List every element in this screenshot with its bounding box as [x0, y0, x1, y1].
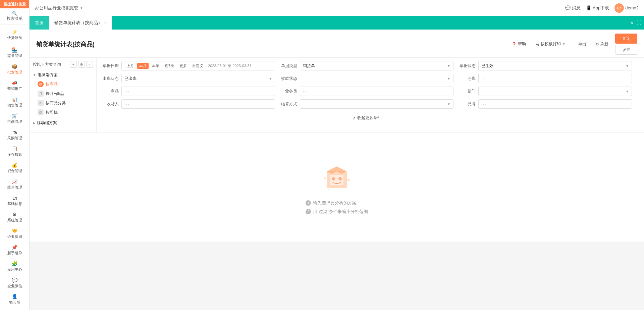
warehouse-control[interactable]: ···	[478, 74, 632, 83]
salesperson-dots-icon[interactable]: ···	[303, 89, 308, 94]
doc-status-control[interactable]: 已生效 ▼	[478, 61, 632, 70]
tip-num-1: 1	[306, 200, 311, 206]
filter-row-1: 单据日期 上月 本月 本年 近7天 更多 自定义 2023-03-01 至 20…	[102, 61, 632, 70]
tree-mobile-chevron-icon: ▶	[33, 121, 36, 125]
sidebar-item-finance[interactable]: 💰 资金管理	[0, 160, 29, 176]
finance-icon: 💰	[12, 162, 17, 168]
warehouse-status-control[interactable]: 已出库 ▼	[121, 74, 275, 83]
department-control[interactable]: ▼	[478, 87, 632, 96]
date-last-month[interactable]: 上月	[124, 63, 136, 69]
empty-tip-1: 1 请先选择要分析的方案	[306, 200, 368, 206]
collapse-button[interactable]: ∧ 收起更多条件	[353, 115, 381, 121]
warehouse-dots-icon[interactable]: ···	[481, 76, 486, 81]
settlement-label: 结算方式	[280, 101, 297, 107]
date-last-7[interactable]: 近7天	[163, 63, 176, 69]
settings-button[interactable]: 设置	[615, 45, 637, 55]
goods-dots-icon[interactable]: ···	[124, 89, 129, 94]
sidebar-item-basic-info[interactable]: 🗂 基础信息	[0, 193, 29, 209]
export-button[interactable]: ↑ 导出	[572, 40, 589, 48]
help-button[interactable]: ❓ 帮助	[509, 40, 529, 48]
receiver-control[interactable]: ···	[121, 99, 275, 109]
receiver-label: 收货人	[102, 101, 119, 107]
receiver-dots-icon[interactable]: ···	[124, 101, 129, 107]
sidebar-item-wholesale[interactable]: 📦 批发管理	[0, 61, 29, 78]
sidebar-item-quick-nav[interactable]: ⚡ 快捷导航	[0, 27, 29, 43]
wholesale-icon: 📦	[12, 64, 17, 69]
sidebar-item-app-center[interactable]: 🧩 应用中心	[0, 258, 29, 275]
tree-by-goods[interactable]: 按 按商品	[30, 80, 96, 89]
sidebar-item-retail[interactable]: 🏪 零售管理	[0, 45, 29, 61]
tree-desktop-parent[interactable]: ▼ 电脑端方案	[30, 70, 96, 80]
messages-label: 消息	[572, 5, 581, 11]
tree-by-driver[interactable]: 按 按司机	[30, 108, 96, 117]
date-this-month[interactable]: 本月	[137, 63, 149, 69]
settlement-control[interactable]: ▼	[300, 99, 453, 109]
tab-close-icon[interactable]: ×	[104, 21, 106, 25]
sidebar-item-enterprise[interactable]: 🤝 企业协同	[0, 225, 29, 242]
industry-selector[interactable]: 办公用品行业模拟账套 ▼	[35, 5, 83, 11]
sidebar-item-member[interactable]: 👤 畅会员	[0, 291, 29, 308]
sidebar-item-purchase[interactable]: 🛍 采购管理	[0, 127, 29, 143]
goods-control[interactable]: ···	[121, 87, 275, 96]
sales-icon: 📊	[12, 97, 17, 102]
tab-sales-stats[interactable]: 销货单统计表（按商品） ×	[49, 16, 112, 30]
collapse-scheme-button[interactable]: «	[86, 61, 93, 68]
tree-mobile-section: ▶ 移动端方案	[30, 118, 96, 129]
sidebar-item-search[interactable]: 🔍 搜索菜单	[0, 8, 29, 24]
add-scheme-button[interactable]: +	[70, 61, 77, 68]
tree-by-driver-icon: 按	[38, 109, 44, 115]
sidebar-item-marketing[interactable]: 📣 营销推广	[0, 78, 29, 94]
window-close-icon[interactable]: ✕	[630, 20, 634, 25]
messages-button[interactable]: 💬 消息	[565, 5, 581, 11]
date-more[interactable]: 更多	[177, 63, 189, 69]
date-range-text: 2023-03-01 至 2023-03-31	[208, 63, 252, 68]
salesperson-control[interactable]: ···	[300, 87, 453, 96]
payment-status-label: 收款状态	[280, 76, 297, 82]
date-this-year[interactable]: 本年	[150, 63, 161, 69]
print-button[interactable]: 🖨 按模板打印 ▼	[533, 40, 568, 48]
query-button[interactable]: 查询	[615, 34, 637, 44]
user-menu[interactable]: Ea demo2	[614, 3, 639, 13]
brand-dots-icon[interactable]: ···	[481, 101, 486, 107]
tree-by-category[interactable]: 回 按商品分类	[30, 98, 96, 108]
tab-home[interactable]: 首页	[30, 16, 49, 30]
sidebar-item-ecommerce[interactable]: 🛒 电商管理	[0, 110, 29, 127]
sidebar-item-inventory[interactable]: 📋 库存核算	[0, 143, 29, 160]
sidebar-item-system[interactable]: ⚙ 系统管理	[0, 209, 29, 225]
settings-scheme-button[interactable]: ⚙	[78, 61, 85, 68]
sidebar-item-sales[interactable]: 📊 销售管理	[0, 94, 29, 110]
settlement-field: 结算方式 ▼	[280, 99, 453, 109]
empty-illustration	[320, 160, 354, 193]
doc-type-control[interactable]: 销货单 ▼	[300, 61, 453, 70]
scheme-header: 按以下方案查询 + ⚙ «	[30, 61, 96, 70]
brand-label: 品牌	[459, 101, 476, 107]
tab-bar-actions: ✕ ⛶	[630, 16, 644, 30]
date-control[interactable]: 上月 本月 本年 近7天 更多 自定义 2023-03-01 至 2023-03…	[121, 61, 275, 70]
refresh-button[interactable]: ↺ 刷新	[593, 40, 611, 48]
brand-control[interactable]: ···	[478, 99, 632, 109]
sidebar-item-guide[interactable]: 📌 新手引导	[0, 242, 29, 258]
date-custom[interactable]: 自定义	[190, 63, 205, 69]
payment-status-control[interactable]: ▼	[300, 74, 453, 83]
sidebar-item-operations[interactable]: 📈 经营管理	[0, 176, 29, 193]
empty-tip-2: 2 用[过滤]条件来缩小分析范围	[306, 209, 368, 215]
goods-field: 商品 ···	[102, 87, 275, 96]
help-label: 帮助	[518, 41, 526, 47]
guide-icon: 📌	[12, 245, 17, 250]
top-header: 办公用品行业模拟账套 ▼ 💬 消息 📱 App下载 Ea demo2	[30, 0, 644, 16]
print-icon: 🖨	[535, 42, 539, 47]
sidebar-item-wechat-work[interactable]: 💬 企业微信	[0, 275, 29, 291]
tree-mobile-parent[interactable]: ▶ 移动端方案	[30, 118, 96, 127]
refresh-label: 刷新	[600, 41, 608, 47]
sidebar-divider	[0, 44, 29, 44]
empty-tips: 1 请先选择要分析的方案 2 用[过滤]条件来缩小分析范围	[306, 200, 368, 215]
filter-panel: 按以下方案查询 + ⚙ «	[30, 58, 644, 132]
operations-icon: 📈	[12, 179, 17, 184]
collapse-label: 收起更多条件	[357, 115, 381, 121]
window-maximize-icon[interactable]: ⛶	[637, 20, 641, 25]
avatar: Ea	[614, 3, 624, 13]
tree-by-month-goods[interactable]: 月 按月+商品	[30, 89, 96, 98]
tip-text-2: 用[过滤]条件来缩小分析范围	[313, 209, 368, 215]
department-arrow-icon: ▼	[626, 90, 629, 93]
app-download-button[interactable]: 📱 App下载	[586, 5, 609, 11]
